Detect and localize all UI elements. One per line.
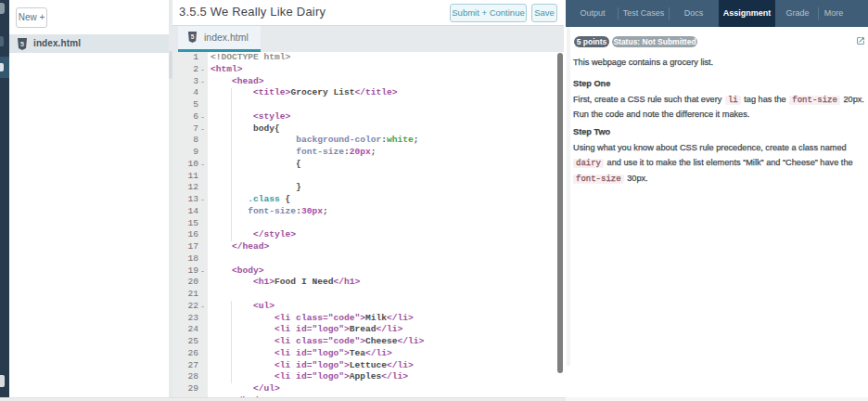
svg-text:5: 5: [20, 41, 24, 47]
svg-text:5: 5: [191, 33, 195, 40]
